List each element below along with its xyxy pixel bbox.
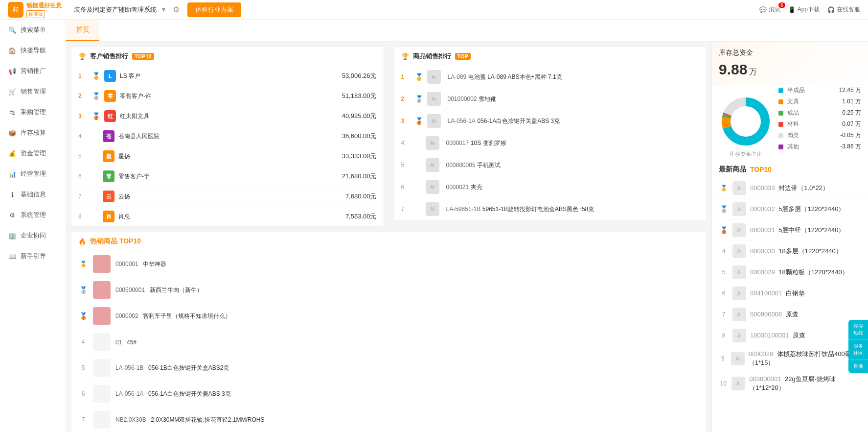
customer-name-7: 云扬 xyxy=(118,192,342,201)
sidebar-label-operations: 经营管理 xyxy=(21,169,46,178)
message-btn[interactable]: 💬 消息 6 xyxy=(759,5,780,14)
home-icon: 🏠 xyxy=(8,46,17,55)
logo-badge: 标准版 xyxy=(26,10,45,18)
sidebar: 🔍 搜索菜单 🏠 快捷导航 📢 营销推广 🛒 销售管理 🛍 采购管理 📦 库存核… xyxy=(0,20,66,432)
legend-text-4: 肉类 xyxy=(787,131,799,140)
sidebar-item-basic[interactable]: ℹ 基础信息 xyxy=(0,184,66,205)
customer-ranking-header: 🏆 客户销售排行 TOP10 xyxy=(71,47,384,66)
product-rank-5: 5 Ai 000800005 手机测试 xyxy=(394,154,707,176)
product-rank-6: 6 Ai 0000021 夹壳 xyxy=(394,176,707,198)
customer-amount-4: 36,600.00元 xyxy=(342,132,377,141)
hot-info-4: 01 45# xyxy=(115,338,137,346)
hot-products-list: 🥇 0000001 中华神器 🥈 000500001 新西兰牛肉（新牛） xyxy=(71,251,706,432)
customer-rank-7: 7 云 云扬 7,680.00元 xyxy=(71,187,384,207)
new-prod-icon-8: Ai xyxy=(732,329,746,342)
hot-name-1: 中华神器 xyxy=(143,261,166,267)
customer-rank-2: 2 🥈 零 零售客户-许 51,183.00元 xyxy=(71,86,384,106)
legend-label-2: 成品 xyxy=(778,109,842,117)
prod-rank-num-5: 5 xyxy=(401,162,411,168)
hot-img-3 xyxy=(93,307,111,325)
customer-amount-6: 21,680.00元 xyxy=(342,172,377,181)
donut-chart-container: 库存资金占比 xyxy=(719,95,773,150)
prod-icon-4: Ai xyxy=(426,136,439,150)
sidebar-item-finance[interactable]: 💰 资金管理 xyxy=(0,143,66,164)
sidebar-item-sales[interactable]: 🛒 销售管理 xyxy=(0,81,66,102)
prod-rank-num-4: 4 xyxy=(401,140,411,146)
sidebar-item-system[interactable]: ⚙ 系统管理 xyxy=(0,205,66,225)
hot-img-2 xyxy=(93,281,111,299)
prod-name-2: 雪地靴 xyxy=(479,96,496,102)
avatar-5: 星 xyxy=(103,150,114,162)
new-products-header: 最新商品 TOP10 xyxy=(712,159,868,178)
avatar-4: 苍 xyxy=(103,130,114,142)
prod-name-3: 056-1A白色按键开关盖ABS 3克 xyxy=(478,118,560,124)
sidebar-item-search[interactable]: 🔍 搜索菜单 xyxy=(0,20,66,40)
legend-item-5: 其他 -3.86 万 xyxy=(778,143,861,151)
system-name: 装备及固定资产辅助管理系统 xyxy=(74,5,157,14)
legend-label-5: 其他 xyxy=(778,143,840,151)
customer-amount-8: 7,563.00元 xyxy=(345,212,377,221)
tab-home[interactable]: 首页 xyxy=(66,20,99,41)
sidebar-item-purchase[interactable]: 🛍 采购管理 xyxy=(0,102,66,122)
hot-rank-2: 🥈 xyxy=(78,286,88,294)
system-dropdown-icon[interactable]: ▼ xyxy=(160,6,167,13)
sidebar-item-quick-nav[interactable]: 🏠 快捷导航 xyxy=(0,40,66,61)
donut-section: 库存资金占比 半成品 12.45 万 xyxy=(712,85,868,159)
gear-icon[interactable]: ⚙ xyxy=(173,5,180,14)
online-service-btn[interactable]: 🎧 在线客服 xyxy=(827,5,860,14)
customer-rank-1: 1 🥇 L LS 客户 53,006.26元 xyxy=(71,66,384,86)
sidebar-label-purchase: 采购管理 xyxy=(21,108,46,117)
hot-name-5: 056-1B白色按键开关盒ABS2克 xyxy=(148,364,229,371)
service-community-btn[interactable]: 服务 社区 xyxy=(848,340,868,360)
inventory-amount-area: 9.88 万 xyxy=(719,61,861,78)
hot-code-3: 0000002 xyxy=(115,312,138,319)
sidebar-label-guide: 新手引导 xyxy=(21,252,46,261)
prod-info-3: LA-056-1A 056-1A白色按键开关盖ABS 3克 xyxy=(445,117,700,125)
new-prod-rank-5: 5 xyxy=(719,269,729,276)
new-prod-3: 🥉 Ai 0000031 5层中纤（1220*2440） xyxy=(712,220,868,241)
sidebar-item-operations[interactable]: 📊 经营管理 xyxy=(0,164,66,184)
sidebar-item-inventory[interactable]: 📦 库存核算 xyxy=(0,122,66,143)
bag-icon: 🛍 xyxy=(8,108,17,117)
trial-button[interactable]: 体验行业方案 xyxy=(187,2,241,17)
hot-product-5: 5 LA-056-1B 056-1B白色按键开关盒ABS2克 xyxy=(71,355,706,381)
new-prod-rank-4: 4 xyxy=(719,248,729,255)
top10-badge: TOP10 xyxy=(132,53,154,60)
logo-title: 畅捷通好生意 xyxy=(26,1,62,10)
product-rank-2: 2 🥈 Ai 001000002 雪地靴 xyxy=(394,88,707,110)
new-prod-rank-6: 6 xyxy=(719,290,729,297)
new-products-top10: TOP10 xyxy=(750,166,772,173)
sidebar-label-quick-nav: 快捷导航 xyxy=(21,46,46,55)
sidebar-item-marketing[interactable]: 📢 营销推广 xyxy=(0,61,66,81)
app-download-btn[interactable]: 📱 App下载 xyxy=(788,5,820,14)
new-prod-9: 9 Ai 0000028 体械荔枝味苏打饮品400毫升（1*15） xyxy=(712,346,868,371)
sidebar-item-guide[interactable]: 📖 新手引导 xyxy=(0,246,66,266)
customer-rank-4: 4 苍 苍南县人民医院 36,600.00元 xyxy=(71,126,384,146)
content-area: 🏆 客户销售排行 TOP10 1 🥇 L LS 客户 53,006. xyxy=(66,42,868,432)
customer-rank-3: 3 🥉 红 红太阳文具 40,925.00元 xyxy=(71,106,384,126)
hot-product-7: 7 NB2.0X30B 2.0X30MM双搓花轴,搓花直径2.1MM/ROHS xyxy=(71,407,706,432)
prod-name-1: 电池盖 LA-089 ABS本色+黑种 7.1克 xyxy=(468,73,562,80)
company-icon: 🏢 xyxy=(8,231,17,240)
hot-product-1: 🥇 0000001 中华神器 xyxy=(71,251,706,277)
sidebar-item-company[interactable]: 🏢 企业协同 xyxy=(0,225,66,246)
hot-products-title: 热销商品 TOP10 xyxy=(90,237,141,246)
legend-val-2: 0.25 万 xyxy=(842,109,861,117)
prod-name-5: 手机测试 xyxy=(477,162,501,168)
app-download-label: App下载 xyxy=(798,5,820,14)
hot-info-2: 000500001 新西兰牛肉（新牛） xyxy=(115,286,203,294)
headset-icon: 🎧 xyxy=(827,6,835,13)
new-prod-rank-2: 🥈 xyxy=(719,205,729,213)
hot-name-2: 新西兰牛肉（新牛） xyxy=(150,287,203,293)
hot-info-5: LA-056-1B 056-1B白色按键开关盒ABS2克 xyxy=(115,364,229,372)
live-stream-btn[interactable]: 直播 xyxy=(848,360,868,373)
new-prod-icon-2: Ai xyxy=(732,202,746,216)
sidebar-label-company: 企业协同 xyxy=(21,231,46,240)
prod-code-5: 000800005 xyxy=(446,162,476,168)
customer-service-btn[interactable]: 客服 热线 xyxy=(848,320,868,340)
new-prod-icon-9: Ai xyxy=(731,352,745,365)
sidebar-label-marketing: 营销推广 xyxy=(21,67,46,75)
inventory-unit: 万 xyxy=(749,67,757,77)
top-badge: TOP xyxy=(455,53,471,60)
prod-code-2: 001000002 xyxy=(448,96,477,102)
